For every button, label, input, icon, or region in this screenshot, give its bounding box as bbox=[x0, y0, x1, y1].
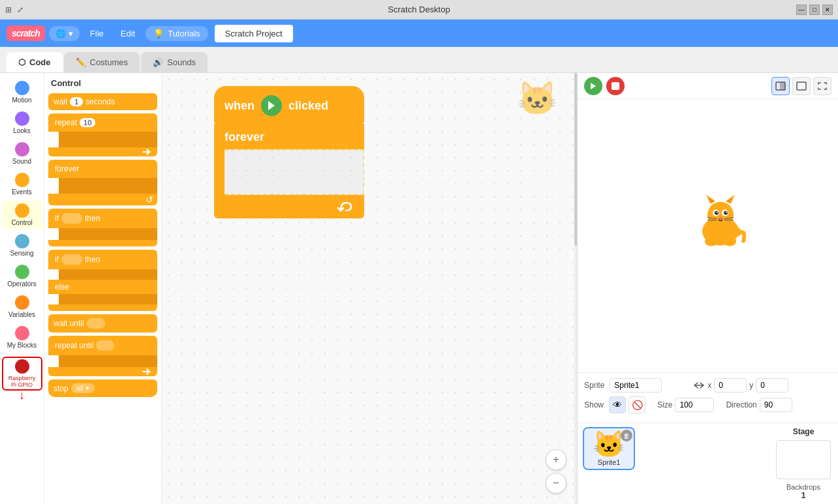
stage-thumbnail[interactable] bbox=[776, 440, 831, 479]
sidebar-item-looks[interactable]: Looks bbox=[2, 109, 42, 137]
wait-input[interactable]: 1 bbox=[70, 97, 83, 106]
operators-dot bbox=[15, 265, 29, 279]
maximize-button[interactable]: □ bbox=[809, 5, 820, 15]
block-repeat-group: repeat 10 bbox=[48, 113, 157, 156]
main-layout: Motion Looks Sound Events Control Sensin… bbox=[0, 73, 838, 504]
sidebar-item-sensing[interactable]: Sensing bbox=[2, 231, 42, 259]
when-clicked-block[interactable]: when clicked bbox=[214, 86, 364, 124]
sidebar-item-control[interactable]: Control bbox=[2, 201, 42, 229]
block-ifthen-bottom bbox=[48, 240, 157, 246]
stage-panel-label: Stage bbox=[793, 427, 815, 436]
size-input[interactable] bbox=[675, 398, 714, 412]
sidebar-item-raspberry[interactable]: Raspberry Pi GPIO ↓ bbox=[2, 357, 42, 391]
looks-dot bbox=[15, 111, 29, 126]
stop-input[interactable]: all ▾ bbox=[71, 383, 95, 393]
show-button[interactable]: 👁 bbox=[609, 396, 626, 413]
language-selector[interactable]: 🌐 ▾ bbox=[49, 26, 80, 41]
block-wait-until[interactable]: wait until bbox=[48, 314, 157, 333]
stage-canvas bbox=[578, 99, 838, 372]
repeat-arrow-icon bbox=[140, 147, 153, 156]
sidebar-item-events[interactable]: Events bbox=[2, 170, 42, 198]
variables-dot bbox=[15, 295, 29, 310]
when-label: when bbox=[225, 99, 255, 113]
sprite-details-row: Show 👁 🚫 Size Direction bbox=[584, 396, 831, 413]
motion-dot bbox=[15, 81, 29, 95]
sidebar-item-variables[interactable]: Variables bbox=[2, 293, 42, 321]
block-ifthenelse-top[interactable]: if then bbox=[48, 250, 157, 269]
costumes-tab-label: Costumes bbox=[90, 57, 129, 67]
small-stage-icon bbox=[775, 82, 786, 91]
svg-point-11 bbox=[715, 211, 719, 215]
repeat-label: repeat bbox=[55, 118, 77, 127]
show-label: Show bbox=[584, 400, 604, 409]
file-menu[interactable]: File bbox=[84, 26, 110, 41]
block-ifthenelse-inner2 bbox=[59, 294, 157, 304]
backdrops-label: Backdrops bbox=[786, 483, 820, 491]
window-title: Scratch Desktop bbox=[388, 5, 450, 14]
looks-label: Looks bbox=[13, 127, 31, 134]
sound-label: Sound bbox=[12, 158, 31, 165]
block-repeat-until-top[interactable]: repeat until bbox=[48, 336, 157, 355]
sprite-name-input[interactable] bbox=[610, 378, 662, 393]
repeat-input[interactable]: 10 bbox=[80, 118, 95, 127]
close-button[interactable]: ✕ bbox=[822, 5, 833, 15]
tutorials-button[interactable]: 💡 Tutorials bbox=[146, 26, 208, 41]
zoom-out-button[interactable]: − bbox=[546, 473, 566, 494]
visibility-toggle: 👁 🚫 bbox=[609, 396, 645, 413]
x-input[interactable] bbox=[714, 378, 747, 393]
zoom-in-button[interactable]: + bbox=[546, 449, 566, 470]
tab-code[interactable]: ⬡ Code bbox=[7, 52, 63, 72]
sidebar-item-operators[interactable]: Operators bbox=[2, 262, 42, 290]
block-stop[interactable]: stop all ▾ bbox=[48, 379, 157, 397]
project-name[interactable]: Scratch Project bbox=[215, 25, 293, 42]
fullscreen-button[interactable] bbox=[813, 77, 831, 95]
sprite-info: Sprite x y Show 👁 🚫 bbox=[578, 372, 838, 422]
hide-button[interactable]: 🚫 bbox=[628, 396, 645, 413]
svg-point-20 bbox=[705, 237, 718, 246]
block-ifthen-top[interactable]: if then bbox=[48, 209, 157, 228]
title-bar-left: ⊞ ⤢ bbox=[5, 5, 23, 14]
myblocks-dot bbox=[15, 326, 29, 340]
sidebar-item-motion[interactable]: Motion bbox=[2, 78, 42, 106]
tab-costumes[interactable]: ✏️ Costumes bbox=[64, 52, 140, 72]
tab-sounds[interactable]: 🔊 Sounds bbox=[141, 52, 208, 72]
svg-rect-1 bbox=[780, 82, 785, 90]
sidebar-item-myblocks[interactable]: My Blocks bbox=[2, 323, 42, 351]
sprite-delete-button[interactable]: 🗑 bbox=[621, 430, 632, 441]
small-stage-button[interactable] bbox=[771, 77, 790, 95]
sprite-list-area: 🗑 🐱 Sprite1 bbox=[583, 427, 769, 500]
forever-block-left-rail bbox=[214, 149, 225, 195]
operators-label: Operators bbox=[7, 280, 36, 288]
tutorials-label: Tutorials bbox=[168, 29, 200, 38]
sidebar-item-sound[interactable]: Sound bbox=[2, 140, 42, 168]
block-repeat-top[interactable]: repeat 10 bbox=[48, 113, 157, 132]
scratch-logo: scratch bbox=[7, 25, 45, 41]
minimize-button[interactable]: — bbox=[796, 5, 807, 15]
block-wait[interactable]: wait 1 seconds bbox=[48, 93, 157, 110]
ifthenelse-condition bbox=[61, 254, 82, 265]
direction-input[interactable] bbox=[760, 398, 792, 412]
cat-sprite-container bbox=[688, 192, 753, 252]
large-stage-icon bbox=[796, 82, 807, 91]
stage-toolbar bbox=[578, 73, 838, 99]
tutorials-icon: 💡 bbox=[153, 29, 164, 38]
fullscreen-icon bbox=[817, 82, 828, 91]
arrows-icon bbox=[693, 381, 705, 389]
forever-arrow-icon bbox=[337, 199, 355, 215]
sounds-tab-label: Sounds bbox=[167, 57, 196, 67]
sounds-tab-icon: 🔊 bbox=[153, 57, 163, 67]
sprite-card-sprite1[interactable]: 🗑 🐱 Sprite1 bbox=[583, 427, 635, 470]
stop-button[interactable] bbox=[606, 77, 625, 95]
block-forever-top[interactable]: forever bbox=[48, 160, 157, 178]
y-input[interactable] bbox=[756, 378, 788, 393]
code-scrollbar[interactable] bbox=[574, 73, 577, 504]
code-tab-label: Code bbox=[29, 57, 51, 67]
ifthenelse-if-label: if bbox=[55, 255, 59, 264]
block-ifthenelse-else: else bbox=[48, 280, 157, 294]
large-stage-button[interactable] bbox=[792, 77, 811, 95]
edit-menu[interactable]: Edit bbox=[114, 26, 142, 41]
green-flag-button[interactable] bbox=[584, 77, 602, 95]
forever-block-outer[interactable]: forever bbox=[214, 124, 364, 218]
code-area: when clicked forever bbox=[162, 73, 577, 504]
script-container: when clicked forever bbox=[214, 86, 364, 218]
